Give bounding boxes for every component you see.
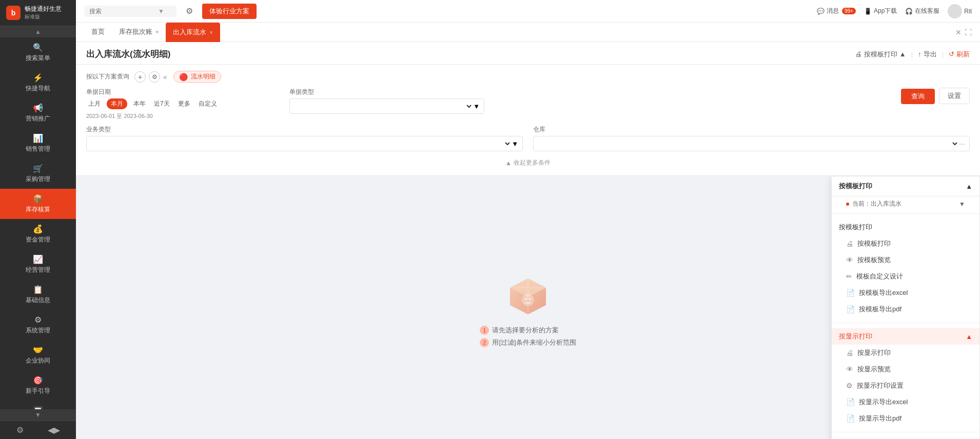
dropdown-header-chevron-icon: ▲ [966,183,972,190]
app-edition: 标准版 [25,13,62,21]
sidebar-item-search-menu[interactable]: 🔍 搜索菜单 [0,37,76,68]
sidebar-scroll-down[interactable]: ▼ [0,409,76,421]
tab-in-out-flow[interactable]: 出入库流水× [166,23,220,42]
setting-button[interactable]: 设置 [939,88,970,104]
template-design-item[interactable]: ✏ 模板自定义设计 [832,268,979,285]
more-icon[interactable]: ··· [959,139,965,148]
topbar-search-box[interactable]: ▼ [84,6,177,17]
tab-batch-account[interactable]: 库存批次账× [112,23,166,42]
close-tab-window-icon[interactable]: ✕ [955,28,962,36]
sidebar-label-basic-info: 基础信息 [26,296,50,305]
gear-icon[interactable]: ⚙ [186,6,193,16]
separator1: | [911,50,913,58]
warehouse-select-input[interactable] [538,139,959,148]
online-service-label: 在线客服 [915,7,939,15]
dropdown-header[interactable]: 按模板打印 ▲ [832,176,979,196]
export-button[interactable]: ↑ 导出 [918,50,937,59]
date-shortcut-更多[interactable]: 更多 [176,98,192,109]
doctype-select[interactable]: ▼ [289,98,484,114]
sidebar-item-inventory[interactable]: 📦 库存核算 [0,189,76,219]
excel-icon-1: 📄 [846,289,855,297]
preview-icon-1: 👁 [846,256,853,264]
collapse-button[interactable]: ▲ 收起更多条件 [505,158,551,167]
sidebar-item-corp-collab[interactable]: 🤝 企业协同 [0,340,76,370]
date-shortcut-近7天[interactable]: 近7天 [152,98,172,109]
expand-window-icon[interactable]: ⛶ [965,28,972,36]
template-print-section: 按模板打印 🖨 按模板打印 👁 按模板预览 ✏ 模板自定义设计 [832,216,979,321]
message-button[interactable]: 💬 消息 99+ [817,7,856,15]
collapse-row: ▲ 收起更多条件 [86,156,970,169]
doctype-select-input[interactable] [294,102,473,110]
warehouse-select[interactable]: ··· [533,136,970,151]
tab-label-in-out-flow: 出入库流水 [173,28,206,37]
filter-collapse-icon[interactable]: « [163,73,167,81]
tab-close-batch-account[interactable]: × [155,29,159,35]
query-button[interactable]: 查询 [901,89,935,104]
sidebar-item-quick-nav[interactable]: ⚡ 快捷导航 [0,68,76,98]
sidebar-label-corp-collab: 企业协同 [26,356,50,365]
filter-biztype-group: 业务类型 ▼ [86,125,523,151]
settings-icon-2: ⚙ [846,382,853,390]
biztype-select[interactable]: ▼ [86,136,523,151]
template-excel-item[interactable]: 📄 按模板导出excel [832,285,979,301]
toggle-sidebar-icon[interactable]: ◀▶ [48,425,60,435]
sidebar-item-guide[interactable]: 🎯 新手引导 [0,370,76,401]
template-print-section-header[interactable]: 按模板打印 [832,219,979,235]
app-download-label: App下载 [874,7,897,15]
app-download-button[interactable]: 📱 App下载 [864,7,897,15]
collapse-label: 收起更多条件 [514,158,551,167]
sidebar-icon-system: ⚙ [34,315,42,325]
template-print-label: 按模板打印 [857,239,891,248]
filter-tag[interactable]: 🔴 流水明细 [173,71,221,83]
sidebar-item-sales[interactable]: 📊 销售管理 [0,128,76,158]
display-print-settings-item[interactable]: ⚙ 按显示打印设置 [832,377,979,394]
sidebar-icon-guide: 🎯 [33,375,43,385]
user-avatar[interactable]: Rit [948,4,972,18]
collapse-up-icon: ▲ [505,159,512,167]
filter-setting-button[interactable]: ⚙ [149,71,160,83]
search-input[interactable] [89,8,156,15]
date-shortcut-自定义[interactable]: 自定义 [197,98,219,109]
online-service-button[interactable]: 🎧 在线客服 [905,7,939,15]
template-pdf-item[interactable]: 📄 按模板导出pdf [832,301,979,317]
dropdown-title: 按模板打印 [839,182,872,191]
display-preview-item[interactable]: 👁 按显示预览 [832,361,979,377]
refresh-button[interactable]: ↺ 刷新 [949,50,970,59]
filter-section-label: 按以下方案查询 [86,72,129,81]
tab-home[interactable]: 首页 [84,23,112,42]
sidebar-label-finance: 资金管理 [26,235,50,244]
filter-top-row: 按以下方案查询 + ⚙ « 🔴 流水明细 [86,71,970,83]
template-preview-item[interactable]: 👁 按模板预览 [832,252,979,268]
sidebar-item-finance[interactable]: 💰 资金管理 [0,219,76,249]
tab-close-in-out-flow[interactable]: × [209,29,212,35]
default-function-section-header[interactable]: 设置默认功能 ▼ [832,434,979,439]
sidebar-item-purchase[interactable]: 🛒 采购管理 [0,158,76,189]
sidebar-bottom: ⚙ ◀▶ [0,421,76,439]
display-pdf-item[interactable]: 📄 按显示导出pdf [832,410,979,427]
industry-solution-button[interactable]: 体验行业方案 [202,4,257,19]
sidebar-item-operations[interactable]: 📈 经营管理 [0,249,76,280]
template-print-item[interactable]: 🖨 按模板打印 [832,235,979,252]
sidebar-item-marketing[interactable]: 📢 营销推广 [0,98,76,128]
settings-icon[interactable]: ⚙ [16,425,24,435]
date-shortcut-本年[interactable]: 本年 [131,98,148,109]
display-excel-item[interactable]: 📄 按显示导出excel [832,394,979,410]
sidebar-item-app-center[interactable]: 🔲 应用中心 [0,401,76,409]
divider-2 [832,323,979,323]
filter-add-button[interactable]: + [134,71,146,83]
date-shortcut-上月[interactable]: 上月 [86,98,103,109]
tab-label-batch-account: 库存批次账 [119,27,152,36]
display-print-section-header[interactable]: 按显示打印 ▲ [832,328,979,345]
main-content: 1 请先选择要分析的方案 2 用[过滤]条件来缩小分析范围 按模板打印 ▲ [76,176,980,439]
sidebar-item-system[interactable]: ⚙ 系统管理 [0,310,76,340]
sidebar-scroll-up[interactable]: ▲ [0,26,76,37]
print-button[interactable]: 🖨 按模板打印 ▲ [855,50,906,59]
sidebar-icon-basic-info: 📋 [33,285,43,294]
sidebar-item-basic-info[interactable]: 📋 基础信息 [0,280,76,310]
svg-point-6 [529,298,531,300]
display-print-item[interactable]: 🖨 按显示打印 [832,345,979,361]
biztype-select-input[interactable] [91,139,512,148]
date-shortcut-本月[interactable]: 本月 [107,98,127,109]
sidebar-label-marketing: 营销推广 [26,114,50,123]
sidebar-label-purchase: 采购管理 [26,175,50,184]
